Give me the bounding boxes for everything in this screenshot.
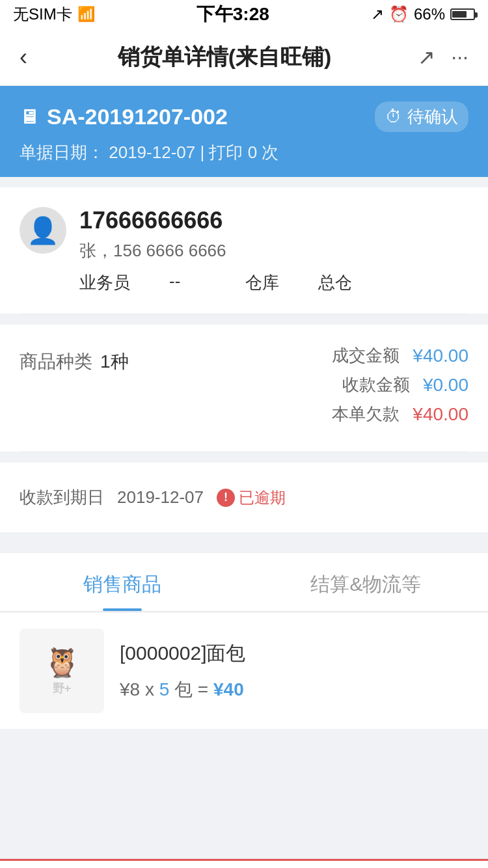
- tabs-bar: 销售商品 结算&物流等: [0, 553, 488, 612]
- salesperson-value: --: [169, 271, 180, 294]
- status-left: 无SIM卡 📶: [13, 4, 95, 25]
- multiply-sign: x: [145, 679, 159, 699]
- more-icon[interactable]: ···: [451, 45, 468, 69]
- received-label: 收款金额: [342, 373, 410, 396]
- qty-unit: 包: [174, 679, 193, 699]
- due-date-card: 收款到期日 2019-12-07 ! 已逾期: [0, 463, 488, 532]
- wifi-icon: 📶: [77, 6, 95, 23]
- print-suffix: 次: [262, 142, 278, 162]
- status-time: 下午3:28: [197, 2, 269, 27]
- order-id: 🖥 SA-20191207-002: [20, 104, 228, 129]
- customer-phone: 17666666666: [79, 207, 468, 234]
- order-date-line: 单据日期： 2019-12-07 | 打印 0 次: [20, 141, 468, 164]
- amount-value: ¥40.00: [413, 346, 468, 366]
- avatar-icon: 👤: [27, 215, 59, 246]
- section-divider-1: [0, 532, 488, 543]
- warehouse-value: 总仓: [318, 271, 352, 294]
- product-price: ¥8 x 5 包 = ¥40: [120, 677, 468, 702]
- order-id-text: SA-20191207-002: [47, 104, 228, 129]
- received-value: ¥0.00: [423, 375, 468, 396]
- owl-icon: 🦉: [44, 645, 80, 679]
- warehouse-label: 仓库: [245, 271, 279, 294]
- price-unit: ¥8: [120, 679, 140, 699]
- order-header: 🖥 SA-20191207-002 ⏱ 待确认 单据日期： 2019-12-07…: [0, 86, 488, 177]
- owed-label: 本单欠款: [332, 403, 400, 426]
- equals-sign: =: [198, 679, 213, 699]
- tab-settlement-label: 结算&物流等: [310, 573, 421, 595]
- due-date-value: 2019-12-07: [117, 487, 204, 508]
- back-button[interactable]: ‹: [20, 44, 59, 71]
- order-icon: 🖥: [20, 106, 39, 128]
- bottom-action-bar: 旺铺订单确认: [0, 859, 488, 868]
- status-right: ↗ ⏰ 66%: [371, 5, 475, 23]
- amounts-section: 成交金额 ¥40.00 收款金额 ¥0.00 本单欠款 ¥40.00: [332, 344, 468, 432]
- date-label: 单据日期：: [20, 142, 104, 162]
- status-icon: ⏱: [385, 107, 402, 127]
- alarm-icon: ⏰: [389, 5, 409, 23]
- product-thumb-content: 🦉 野+: [44, 645, 80, 696]
- location-icon: ↗: [371, 5, 384, 23]
- product-card: 🦉 野+ [0000002]面包 ¥8 x 5 包 = ¥40: [0, 613, 488, 729]
- product-type-value: 1种: [100, 349, 129, 374]
- divider-1: [20, 314, 468, 314]
- due-date-section: 收款到期日 2019-12-07 ! 已逾期: [20, 476, 468, 519]
- order-status-badge: ⏱ 待确认: [375, 102, 468, 132]
- carrier-label: 无SIM卡: [13, 4, 72, 25]
- tab-sales-label: 销售商品: [83, 573, 161, 595]
- status-bar: 无SIM卡 📶 下午3:28 ↗ ⏰ 66%: [0, 0, 488, 29]
- tab-settlement[interactable]: 结算&物流等: [244, 553, 488, 611]
- overdue-icon: !: [217, 489, 235, 507]
- due-date-label: 收款到期日: [20, 486, 104, 509]
- overdue-badge: ! 已逾期: [217, 487, 286, 508]
- nav-actions: ↗ ···: [390, 45, 468, 70]
- status-text: 待确认: [407, 105, 458, 128]
- product-type-label: 商品种类: [20, 349, 92, 374]
- battery-percent: 66%: [414, 5, 445, 23]
- product-thumb-label: 野+: [53, 681, 72, 696]
- overdue-icon-text: !: [224, 491, 228, 504]
- overdue-text: 已逾期: [239, 487, 286, 508]
- product-type-section: 商品种类 1种: [20, 344, 129, 374]
- owed-value: ¥40.00: [413, 404, 468, 425]
- salesperson-label: 业务员: [79, 271, 130, 294]
- customer-meta: 业务员 -- 仓库 总仓: [79, 271, 468, 294]
- amount-row: 成交金额 ¥40.00: [332, 344, 468, 367]
- product-total: ¥40: [213, 679, 244, 699]
- empty-area: [0, 729, 488, 859]
- nav-bar: ‹ 销货单详情(来自旺铺) ↗ ···: [0, 29, 488, 86]
- product-thumbnail: 🦉 野+: [20, 629, 104, 713]
- tab-sales-products[interactable]: 销售商品: [0, 553, 244, 611]
- product-name: [0000002]面包: [120, 640, 468, 667]
- print-count: 0: [248, 142, 257, 162]
- received-row: 收款金额 ¥0.00: [332, 373, 468, 396]
- divider-2: [20, 452, 468, 452]
- order-date-value: 2019-12-07: [109, 142, 195, 162]
- customer-name: 张，156 6666 6666: [79, 239, 468, 262]
- owed-row: 本单欠款 ¥40.00: [332, 403, 468, 426]
- battery-bar: [450, 8, 475, 20]
- product-details: [0000002]面包 ¥8 x 5 包 = ¥40: [120, 640, 468, 702]
- print-label: | 打印: [200, 142, 247, 162]
- product-qty: 5: [159, 679, 170, 699]
- amount-label: 成交金额: [332, 344, 400, 367]
- product-item: 🦉 野+ [0000002]面包 ¥8 x 5 包 = ¥40: [20, 629, 468, 713]
- customer-info: 17666666666 张，156 6666 6666 业务员 -- 仓库 总仓: [79, 207, 468, 294]
- avatar: 👤: [20, 207, 66, 254]
- customer-card: 👤 17666666666 张，156 6666 6666 业务员 -- 仓库 …: [0, 187, 488, 314]
- share-icon[interactable]: ↗: [418, 45, 435, 70]
- order-summary-card: 商品种类 1种 成交金额 ¥40.00 收款金额 ¥0.00 本单欠款 ¥40.…: [0, 325, 488, 452]
- page-title: 销货单详情(来自旺铺): [59, 42, 390, 72]
